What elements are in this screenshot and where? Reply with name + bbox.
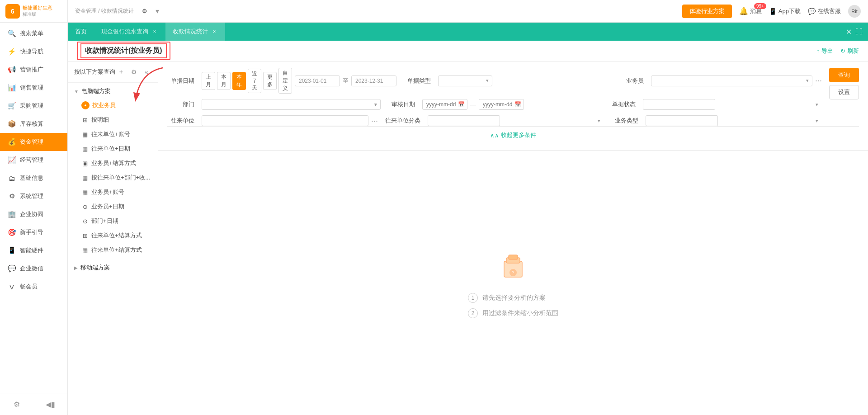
scheme-item-salesperson_date[interactable]: ⊙业务员+日期 [68, 199, 158, 214]
sidebar-item-finance[interactable]: 💰资金管理 [0, 133, 67, 151]
right-panel: 单据日期 上月本月本年近7天更多自定义 至 单据类型 [158, 61, 868, 415]
messages-badge: 99+ [754, 3, 766, 9]
logo-icon: 6 [5, 4, 20, 19]
sidebar-item-newbie[interactable]: 🎯新手引导 [0, 223, 67, 241]
scheme-group-mobile: ▶移动端方案 [68, 259, 158, 276]
query-button[interactable]: 查询 [829, 68, 859, 82]
scheme-group-header-mobile[interactable]: ▶移动端方案 [68, 261, 158, 274]
app-download-button[interactable]: 📱 App下载 [769, 7, 801, 15]
messages-button[interactable]: 🔔 消息 99+ [739, 7, 762, 15]
dept-input[interactable] [202, 99, 381, 110]
partner-input[interactable] [202, 115, 368, 126]
salesperson-more-icon[interactable]: ··· [815, 76, 822, 85]
sidebar-item-wechat[interactable]: 💬企业微信 [0, 259, 67, 278]
scheme-item-dept_date[interactable]: ⊙部门+日期 [68, 214, 158, 228]
scheme-item-partner_account[interactable]: ▦往来单位+账号 [68, 127, 158, 141]
scheme-item-partner_settlement2[interactable]: ▦往来单位+结算方式 [68, 243, 158, 257]
refresh-button[interactable]: ↻ 刷新 [840, 47, 859, 55]
sidebar-item-operation[interactable]: 📈经营管理 [0, 151, 67, 169]
trial-button[interactable]: 体验行业方案 [682, 5, 732, 18]
tab-label-home: 首页 [75, 28, 87, 36]
date-btn-近7天[interactable]: 近7天 [248, 69, 261, 93]
date-btn-本年[interactable]: 本年 [232, 72, 246, 90]
sidebar-item-hardware[interactable]: 📱智能硬件 [0, 241, 67, 259]
left-panel-header: 单据日期 按以下方案查询 ＋ ⚙ « [68, 61, 158, 83]
topbar-gear-icon[interactable]: ⚙ [137, 4, 152, 19]
sidebar-item-purchase[interactable]: 🛒采购管理 [0, 97, 67, 115]
doc-type-select[interactable] [438, 75, 492, 86]
settings-button[interactable]: 设置 [829, 85, 859, 99]
sidebar-item-marketing[interactable]: 📢营销推广 [0, 61, 67, 79]
close-window-icon[interactable]: ✕ [846, 28, 852, 36]
sidebar: 6 畅捷通好生意 标准版 🔍搜索菜单⚡快捷导航📢营销推广📊销售管理🛒采购管理📦库… [0, 0, 68, 415]
date-btn-上月[interactable]: 上月 [202, 72, 215, 90]
salesperson_account-scheme-icon: ▦ [81, 189, 89, 196]
date-btn-更多[interactable]: 更多 [263, 72, 277, 90]
date-to-input[interactable] [351, 75, 396, 86]
sidebar-item-enterprise[interactable]: 🏢企业协同 [0, 205, 67, 223]
date-from-input[interactable] [295, 75, 340, 86]
scheme-group-header-desktop[interactable]: ▼电脑端方案 [68, 85, 158, 98]
salesperson-label: 业务员 [617, 77, 644, 85]
sidebar-item-inventory[interactable]: 📦库存核算 [0, 115, 67, 133]
date-btn-自定义[interactable]: 自定义 [278, 68, 292, 94]
tab-home[interactable]: 首页 [68, 23, 94, 41]
sidebar-item-system[interactable]: ⚙系统管理 [0, 187, 67, 205]
scheme-item-partner_date[interactable]: ▦往来单位+日期 [68, 141, 158, 156]
topbar-dropdown-icon[interactable]: ▾ [156, 7, 159, 15]
scheme-settings-icon[interactable]: ⚙ [129, 67, 139, 77]
sidebar-label-finance: 资金管理 [20, 138, 43, 146]
partner-category-select[interactable] [428, 115, 500, 126]
page-title: 收款情况统计(按业务员) [80, 43, 167, 58]
scheme-item-partner_dept_receipt[interactable]: ▦按往来单位+部门+收... [68, 170, 158, 185]
collapse-bar[interactable]: ∧∧ 收起更多条件 [167, 126, 859, 144]
partner_settlement2-scheme-icon: ▦ [81, 246, 89, 254]
scheme-item-partner_settlement1[interactable]: ⊞往来单位+结算方式 [68, 228, 158, 243]
sidebar-label-hardware: 智能硬件 [20, 246, 43, 255]
avatar: Rit [848, 5, 861, 18]
scheme-item-salesperson_settlement[interactable]: ▣业务员+结算方式 [68, 156, 158, 170]
sales-icon: 📊 [7, 83, 16, 92]
left-panel-query-title: 按以下方案查询 [74, 68, 115, 76]
group-arrow-mobile: ▶ [74, 265, 78, 270]
salesperson_date-scheme-label: 业务员+日期 [91, 203, 124, 211]
add-scheme-icon[interactable]: ＋ [116, 67, 126, 77]
partner_dept_receipt-scheme-icon: ▦ [81, 174, 89, 181]
sidebar-item-search[interactable]: 🔍搜索菜单 [0, 24, 67, 42]
collapse-sidebar-icon[interactable]: ◀▮ [43, 397, 58, 411]
sidebar-item-basic[interactable]: 🗂基础信息 [0, 169, 67, 187]
sidebar-label-enterprise: 企业协同 [20, 210, 43, 218]
scheme-item-salesperson_account[interactable]: ▦业务员+账号 [68, 185, 158, 199]
logo-tag: 标准版 [23, 11, 52, 18]
doc-status-select[interactable] [643, 99, 715, 110]
sidebar-item-member[interactable]: V畅会员 [0, 278, 67, 296]
partner-more-icon[interactable]: ··· [371, 116, 378, 126]
collapse-panel-icon[interactable]: « [142, 67, 151, 77]
tab-close-receipt[interactable]: × [211, 28, 218, 35]
online-service-button[interactable]: 💬 在线客服 [808, 7, 841, 15]
salesperson-input[interactable] [651, 75, 812, 86]
sidebar-item-quick_nav[interactable]: ⚡快捷导航 [0, 42, 67, 61]
step-2-number: 2 [468, 308, 478, 318]
empty-illustration: ? [495, 248, 531, 284]
export-button[interactable]: ↑ 导出 [817, 47, 834, 55]
sidebar-item-sales[interactable]: 📊销售管理 [0, 79, 67, 97]
filter-row-2: 部门 ▾ 审核日期 📅 [167, 99, 822, 110]
date-separator: 至 [343, 77, 349, 85]
tab-bank[interactable]: 现金银行流水查询× [94, 23, 165, 41]
sidebar-label-member: 畅会员 [20, 283, 38, 291]
date-btn-本月[interactable]: 本月 [217, 72, 231, 90]
scheme-list: ▼电脑端方案●按业务员⊞按明细▦往来单位+账号▦往来单位+日期▣业务员+结算方式… [68, 83, 158, 276]
page-header: 收款情况统计(按业务员) ↑ 导出 ↻ 刷新 [68, 41, 868, 61]
maximize-icon[interactable]: ⛶ [855, 28, 863, 36]
settings-bottom-icon[interactable]: ⚙ [9, 397, 24, 411]
biz-type-select[interactable] [646, 115, 718, 126]
tab-receipt[interactable]: 收款情况统计× [165, 23, 225, 41]
scheme-item-by_detail[interactable]: ⊞按明细 [68, 113, 158, 127]
tab-close-bank[interactable]: × [151, 28, 158, 35]
doc-type-label: 单据类型 [404, 77, 431, 85]
user-avatar[interactable]: Rit [848, 5, 861, 18]
scheme-item-by_salesperson[interactable]: ●按业务员 [68, 98, 158, 113]
purchase-icon: 🛒 [7, 101, 16, 110]
collapse-up-icon: ∧∧ [490, 132, 499, 139]
